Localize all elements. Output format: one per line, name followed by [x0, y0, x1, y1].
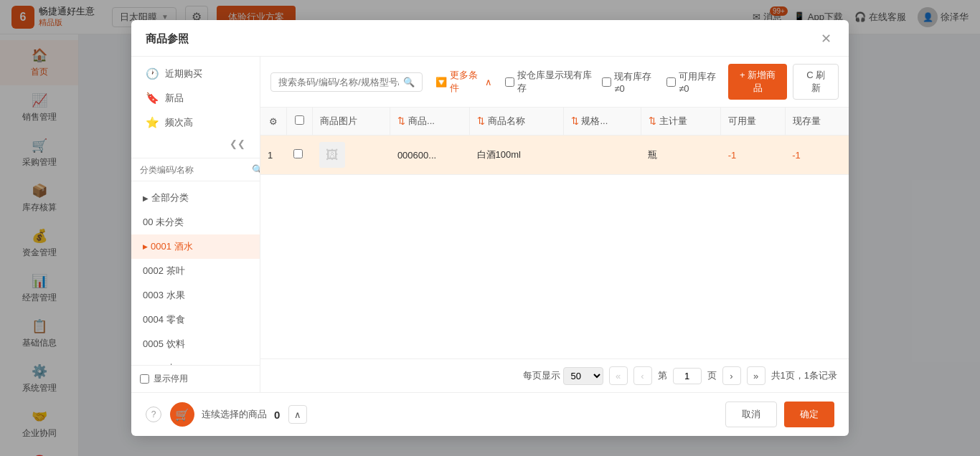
row-index: 1 [260, 136, 286, 175]
product-reference-modal: 商品参照 ✕ 🕐 近期购买 🔖 [131, 20, 849, 436]
th-unit[interactable]: ⇅ 主计量 [641, 108, 720, 136]
collapse-arrow[interactable]: ❮❮ [140, 136, 251, 152]
row-spec [563, 136, 641, 175]
footer-collapse-button[interactable]: ∧ [288, 405, 307, 424]
modal-body: 🕐 近期购买 🔖 新品 ⭐ 频次高 ❮❮ [131, 57, 849, 392]
checkbox-col[interactable] [286, 108, 312, 136]
row-image: 🖼 [312, 136, 390, 175]
row-code: 000600... [390, 136, 470, 175]
product-search-input[interactable] [278, 77, 399, 87]
available-checkbox[interactable] [666, 77, 676, 87]
modal-close-button[interactable]: ✕ [817, 30, 834, 47]
category-search: 🔍 [131, 158, 260, 181]
prev-page-button[interactable]: ‹ [633, 366, 652, 385]
total-info: 共1页，1条记录 [771, 369, 837, 382]
cart-area: 🛒 连续选择的商品 0 [170, 402, 280, 427]
warehouse-stock-filter[interactable]: 按仓库显示现有库存 [505, 69, 593, 95]
footer-actions: 取消 确定 [725, 402, 834, 427]
product-search-box: 🔍 [270, 72, 423, 92]
sort-icon: ⇅ [477, 115, 485, 126]
filter-icon: 🔽 [435, 77, 447, 87]
modal-toolbar: 🔍 🔽 更多条件 ∧ 按仓库显示现有库存 [260, 57, 849, 108]
table-header-row: ⚙ 商品图片 ⇅ [260, 108, 849, 136]
modal-header: 商品参照 ✕ [131, 20, 849, 57]
search-icon[interactable]: 🔍 [403, 77, 415, 87]
row-select-checkbox[interactable] [293, 149, 303, 158]
add-product-button[interactable]: + 新增商品 [728, 64, 787, 100]
cat-water[interactable]: 0008 水 [131, 356, 260, 365]
th-image: 商品图片 [312, 108, 390, 136]
sort-icon: ⇅ [397, 115, 405, 126]
sort-icon: ⇅ [649, 115, 656, 126]
th-stock: 现存量 [785, 108, 849, 136]
cat-fruit[interactable]: 0003 水果 [131, 283, 260, 308]
refresh-button[interactable]: C 刷新 [793, 64, 839, 100]
star-icon: ⭐ [146, 116, 159, 129]
nonzero-stock-filter[interactable]: 现有库存≠0 [602, 70, 656, 94]
first-page-button[interactable]: « [609, 366, 628, 385]
cat-beverage[interactable]: 0005 饮料 [131, 332, 260, 356]
cat-all[interactable]: ▶ 全部分类 [131, 186, 260, 210]
settings-col[interactable]: ⚙ [260, 108, 286, 136]
cat-uncategorized[interactable]: 00 未分类 [131, 210, 260, 234]
product-table: ⚙ 商品图片 ⇅ [260, 108, 849, 175]
nonzero-checkbox[interactable] [602, 77, 611, 87]
sort-icon: ⇅ [571, 115, 579, 126]
last-page-button[interactable]: » [747, 366, 765, 385]
select-all-checkbox[interactable] [295, 115, 304, 125]
row-available: -1 [721, 136, 786, 175]
per-page-select[interactable]: 50 100 200 [563, 367, 603, 385]
toolbar-right: + 新增商品 C 刷新 [728, 64, 839, 100]
new-icon: 🔖 [146, 92, 159, 105]
quick-frequent[interactable]: ⭐ 频次高 [140, 111, 251, 134]
modal-overlay: 商品参照 ✕ 🕐 近期购买 🔖 [0, 0, 980, 456]
help-button[interactable]: ? [146, 407, 161, 422]
show-disabled-checkbox[interactable] [140, 374, 149, 384]
cart-icon: 🛒 [170, 402, 194, 427]
page-label: 第 [658, 369, 667, 382]
cancel-button[interactable]: 取消 [725, 402, 777, 427]
th-name[interactable]: ⇅ 商品名称 [470, 108, 564, 136]
th-available: 可用量 [721, 108, 786, 136]
more-filters-button[interactable]: 🔽 更多条件 ∧ [430, 65, 498, 98]
category-search-icon[interactable]: 🔍 [252, 164, 260, 175]
row-name: 白酒100ml [470, 136, 564, 175]
next-page-button[interactable]: › [722, 366, 741, 385]
show-disabled-area: 显示停用 [131, 365, 260, 392]
warehouse-checkbox[interactable] [505, 77, 514, 87]
chevron-up-icon: ∧ [485, 77, 492, 87]
quick-filters: 🕐 近期购买 🔖 新品 ⭐ 频次高 ❮❮ [131, 57, 260, 158]
table-row[interactable]: 1 🖼 000600... 白酒100ml [260, 136, 849, 175]
cat-alcohol[interactable]: ▶ 0001 酒水 [131, 234, 260, 259]
available-stock-filter[interactable]: 可用库存≠0 [666, 70, 721, 94]
category-sidebar: 🕐 近期购买 🔖 新品 ⭐ 频次高 ❮❮ [131, 57, 260, 392]
row-checkbox[interactable] [286, 136, 312, 175]
product-thumbnail: 🖼 [319, 142, 345, 168]
row-stock: -1 [785, 136, 849, 175]
category-list: ▶ 全部分类 00 未分类 ▶ 0001 酒水 0002 茶 [131, 181, 260, 365]
clock-icon: 🕐 [146, 67, 159, 80]
quick-recent[interactable]: 🕐 近期购买 [140, 62, 251, 85]
active-arrow: ▶ [143, 243, 148, 250]
cat-snack[interactable]: 0004 零食 [131, 308, 260, 332]
pagination: 每页显示 50 100 200 « ‹ 第 页 [260, 358, 849, 392]
product-table-container: ⚙ 商品图片 ⇅ [260, 108, 849, 358]
quick-new[interactable]: 🔖 新品 [140, 87, 251, 110]
confirm-button[interactable]: 确定 [784, 402, 834, 427]
page-suffix: 页 [707, 369, 717, 382]
cat-tea[interactable]: 0002 茶叶 [131, 259, 260, 283]
page-size-selector: 每页显示 50 100 200 [523, 367, 603, 385]
th-code[interactable]: ⇅ 商品... [390, 108, 470, 136]
modal-right: 🔍 🔽 更多条件 ∧ 按仓库显示现有库存 [260, 57, 849, 392]
modal-title: 商品参照 [146, 32, 189, 46]
row-unit: 瓶 [641, 136, 720, 175]
page-number-input[interactable] [673, 368, 702, 384]
modal-footer: ? 🛒 连续选择的商品 0 ∧ 取消 确定 [131, 392, 849, 436]
main-layout: 🏠 首页 📈 销售管理 🛒 采购管理 📦 库存核算 💰 资金管理 📊 经营管理 … [0, 34, 980, 456]
category-search-input[interactable] [140, 165, 248, 175]
content-area: 商品参照 ✕ 🕐 近期购买 🔖 [79, 34, 980, 456]
filter-checkboxes: 按仓库显示现有库存 现有库存≠0 可用库存≠0 [505, 69, 721, 95]
th-spec[interactable]: ⇅ 规格... [563, 108, 641, 136]
expand-icon: ▶ [143, 194, 149, 202]
